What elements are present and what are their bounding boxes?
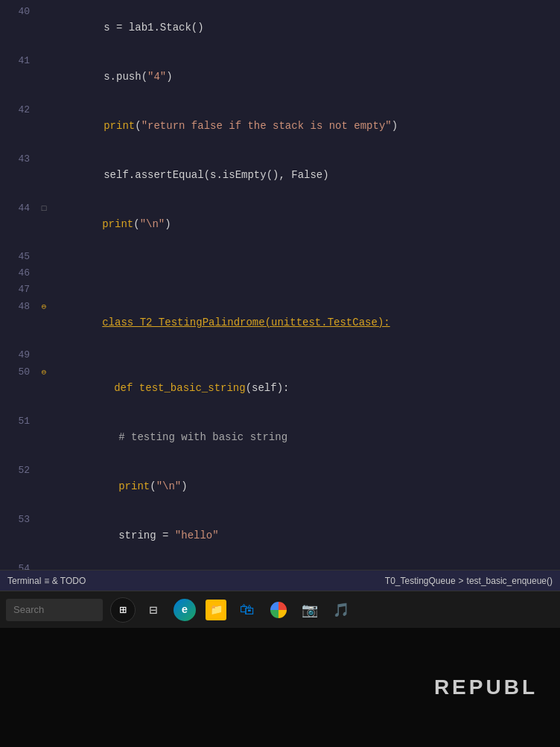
- line-number: 53: [0, 512, 39, 528]
- table-row: 51 # testing with basic string: [0, 413, 560, 462]
- table-row: 50 ⊖ def test_basic_string(self):: [0, 363, 560, 413]
- line-number: 51: [0, 413, 39, 430]
- line-content: print("\n"): [39, 462, 560, 511]
- line-number: 46: [0, 265, 39, 282]
- taskbar: ⊞ ⊟ e 📁 🛍 📷 🎵: [0, 591, 560, 628]
- line-content: def test_basic_string(self):: [49, 363, 560, 413]
- table-row: 40 s = lab1.Stack(): [0, 3, 560, 52]
- edge-browser-button[interactable]: e: [171, 597, 198, 623]
- line-content: print("\n"): [49, 200, 560, 249]
- line-number: 44: [0, 200, 39, 217]
- line-number: 47: [0, 282, 39, 298]
- status-bar: Terminal ≡ & TODO T0_TestingQueue > test…: [0, 570, 560, 591]
- code-lines: 40 s = lab1.Stack() 41 s.push("4") 42 pr…: [0, 0, 560, 570]
- line-content: s.push("4"): [39, 52, 560, 101]
- line-content: class T2_TestingPalindrome(unittest.Test…: [49, 298, 560, 347]
- branding-area: REPUBL: [0, 628, 560, 747]
- table-row: 45: [0, 249, 560, 265]
- store-icon: 🛍: [240, 601, 255, 619]
- line-number: 50: [0, 364, 39, 381]
- breadcrumb-file: T0_TestingQueue: [385, 576, 456, 586]
- table-row: 49: [0, 347, 560, 363]
- line-content: s = lab1.Stack(): [39, 3, 560, 52]
- table-row: 48 ⊖ class T2_TestingPalindrome(unittest…: [0, 298, 560, 347]
- line-content: p = lab1.isPalindrome(string): [39, 560, 560, 570]
- file-explorer-icon: 📁: [206, 600, 226, 620]
- table-row: 41 s.push("4"): [0, 52, 560, 101]
- media-icon: 🎵: [333, 602, 349, 618]
- line-number: 49: [0, 347, 39, 363]
- table-row: 54 p = lab1.isPalindrome(string): [0, 560, 560, 570]
- line-content: # testing with basic string: [39, 413, 560, 462]
- line-content: self.assertEqual(s.isEmpty(), False): [39, 150, 560, 200]
- line-number: 43: [0, 151, 39, 168]
- windows-icon: ⊞: [119, 603, 127, 617]
- line-content: print("return false if the stack is not …: [39, 101, 560, 150]
- line-number: 52: [0, 462, 39, 479]
- photos-button[interactable]: 📷: [296, 597, 323, 623]
- chrome-button[interactable]: [265, 597, 292, 623]
- collapse-icon: □: [39, 200, 49, 217]
- table-row: 47: [0, 282, 560, 298]
- brand-text: REPUBL: [434, 676, 538, 699]
- store-button[interactable]: 🛍: [234, 597, 261, 623]
- table-row: 46: [0, 265, 560, 282]
- line-number: 41: [0, 53, 39, 69]
- line-number: 42: [0, 102, 39, 118]
- table-row: 42 print("return false if the stack is n…: [0, 101, 560, 150]
- edge-icon: e: [174, 599, 196, 621]
- chrome-icon: [269, 600, 288, 620]
- collapse-icon: ⊖: [39, 299, 49, 315]
- line-number: 40: [0, 4, 39, 20]
- breadcrumb-method: test_basic_enqueue(): [467, 576, 553, 586]
- task-view-icon: ⊟: [150, 602, 158, 618]
- code-editor: 40 s = lab1.Stack() 41 s.push("4") 42 pr…: [0, 0, 560, 570]
- table-row: 53 string = "hello": [0, 511, 560, 560]
- table-row: 52 print("\n"): [0, 462, 560, 511]
- table-row: 44 □ print("\n"): [0, 200, 560, 249]
- task-view-button[interactable]: ⊟: [140, 597, 167, 623]
- media-button[interactable]: 🎵: [328, 597, 354, 623]
- breadcrumb-separator: >: [459, 576, 464, 586]
- line-number: 48: [0, 299, 39, 315]
- collapse-icon: ⊖: [39, 364, 49, 381]
- terminal-label[interactable]: Terminal: [7, 576, 41, 586]
- file-explorer-button[interactable]: 📁: [203, 597, 229, 623]
- table-row: 43 self.assertEqual(s.isEmpty(), False): [0, 150, 560, 200]
- line-number: 54: [0, 561, 39, 570]
- windows-start-button[interactable]: ⊞: [110, 597, 136, 623]
- search-input[interactable]: [6, 599, 103, 621]
- line-content: string = "hello": [39, 511, 560, 560]
- todo-label[interactable]: ≡ & TODO: [44, 576, 86, 586]
- breadcrumb: Terminal ≡ & TODO T0_TestingQueue > test…: [7, 576, 553, 586]
- line-number: 45: [0, 249, 39, 265]
- photos-icon: 📷: [302, 602, 318, 618]
